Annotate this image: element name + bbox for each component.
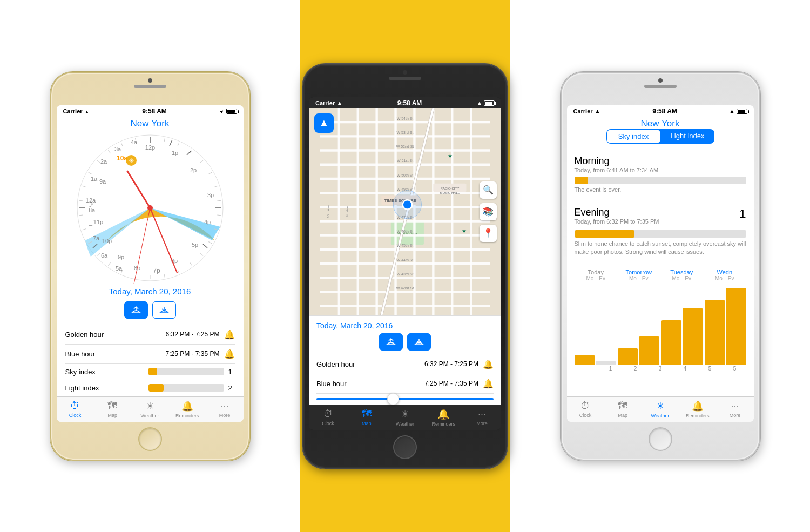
tab-reminders-weather[interactable]: 🔔 Reminders (679, 399, 716, 420)
tab-weather-weather[interactable]: ☀ Weather (642, 399, 679, 420)
svg-text:3p: 3p (207, 192, 213, 198)
light-index-fill (148, 384, 164, 392)
map-blue-value: 7:25 PM - 7:35 PM (424, 380, 478, 387)
reminders-label-map: Reminders (431, 421, 455, 427)
tab-reminders-clock[interactable]: 🔔 Reminders (168, 399, 206, 420)
phone-top-gold (51, 73, 249, 105)
status-bar-clock: Carrier 9:58 AM (57, 105, 244, 116)
speaker-gold (134, 85, 166, 88)
tab-weather-map[interactable]: ☀ Weather (386, 407, 424, 428)
chart-headers: Today Mo Ev Tomorrow Mo Ev (575, 269, 746, 281)
light-index-num: 2 (228, 384, 235, 392)
tab-map-map[interactable]: 🗺 Map (347, 407, 386, 428)
svg-text:10p: 10p (102, 238, 111, 244)
more-label-map: More (476, 421, 488, 426)
sunset-icon (158, 305, 171, 315)
tab-more-clock[interactable]: ··· More (206, 399, 243, 420)
morning-title: Morning (575, 156, 746, 167)
chart-container: Today Mo Ev Tomorrow Mo Ev (567, 265, 754, 396)
home-button-dark[interactable] (393, 435, 417, 459)
battery-icon-clock (226, 109, 237, 114)
weather-icon-weather: ☀ (656, 400, 665, 412)
tab-more-weather[interactable]: ··· More (716, 399, 753, 420)
locate-button[interactable]: ▲ (314, 113, 334, 133)
map-icon-weather: 🗺 (618, 400, 627, 412)
screen-weather: Carrier ▲ 9:58 AM ▲ New York Sky index L… (567, 105, 754, 422)
map-tab-icon-clock: 🗺 (107, 400, 117, 412)
tab-weather-clock[interactable]: ☀ Weather (131, 399, 168, 420)
more-label-weather: More (730, 413, 741, 418)
sunset-button[interactable] (152, 301, 176, 319)
chart-wedn-subs: Mo Ev (703, 275, 746, 281)
bar-wedn-pair (705, 284, 746, 365)
svg-text:W 53rd St: W 53rd St (397, 131, 414, 134)
blue-hour-bell[interactable]: 🔔 (224, 349, 235, 359)
bar-tuesday-ev (683, 308, 703, 365)
chart-tomorrow-group: Tomorrow Mo Ev (617, 269, 660, 281)
info-list-clock: Golden hour 6:32 PM - 7:25 PM 🔔 Blue hou… (57, 325, 244, 396)
layers-map-btn[interactable]: 📚 (480, 203, 497, 220)
reminders-label-weather: Reminders (686, 413, 710, 419)
tab-map-weather[interactable]: 🗺 Map (604, 399, 642, 420)
time-weather: 9:58 AM (652, 107, 677, 115)
sunrise-button[interactable] (124, 301, 148, 319)
axis-5a: 5 (699, 366, 721, 372)
bar-tomorrow-ev (639, 336, 659, 365)
map-blue-bell[interactable]: 🔔 (483, 379, 494, 389)
map-label-weather: Map (618, 413, 628, 418)
evening-bar-container (575, 230, 746, 238)
phone-clock: Carrier 9:58 AM New York (50, 72, 250, 461)
evening-bar-fill (575, 230, 634, 238)
slider-thumb[interactable] (387, 393, 399, 405)
pin-map-btn[interactable]: 📍 (480, 225, 497, 242)
map-controls: 🔍 📚 📍 (480, 181, 497, 242)
chart-today-group: Today Mo Ev (575, 269, 618, 281)
evening-subtitle: Today, from 6:32 PM to 7:35 PM (575, 218, 659, 225)
bar-tuesday-mo (662, 320, 681, 365)
search-map-btn[interactable]: 🔍 (480, 181, 497, 199)
map-label-map: Map (362, 421, 372, 426)
slider-track (316, 398, 494, 400)
sky-index-toggle[interactable]: Sky index (607, 130, 660, 143)
map-bottom-sheet: Today, March 20, 2016 (309, 315, 501, 394)
map-golden-bell[interactable]: 🔔 (483, 359, 494, 369)
svg-text:★: ★ (462, 228, 467, 234)
morning-bar-container (575, 177, 746, 184)
tab-clock-weather[interactable]: ⏱ Clock (567, 399, 604, 420)
carrier-label-clock: Carrier (63, 108, 83, 115)
map-golden-value: 6:32 PM - 7:25 PM (424, 360, 478, 368)
tab-bar-map: ⏱ Clock 🗺 Map ☀ Weather 🔔 Reminders (309, 405, 501, 430)
map-sunset-btn[interactable] (407, 333, 431, 351)
screen-clock: Carrier 9:58 AM New York (57, 105, 244, 422)
map-sunrise-btn[interactable] (379, 333, 403, 351)
date-label-clock: Today, March 20, 2016 (109, 287, 191, 296)
tab-more-map[interactable]: ··· More (463, 407, 501, 428)
chart-tomorrow-mo: Mo (629, 275, 637, 281)
index-toggle-group: Sky index Light index (606, 129, 714, 144)
golden-hour-bell[interactable]: 🔔 (224, 329, 235, 340)
battery-icon-map (484, 100, 495, 106)
status-right-weather: ▲ (730, 108, 747, 114)
sky-index-bar (148, 368, 224, 375)
tab-map-clock[interactable]: 🗺 Map (94, 399, 131, 420)
status-bar-weather: Carrier ▲ 9:58 AM ▲ (567, 105, 754, 116)
tab-clock[interactable]: ⏱ Clock (57, 399, 94, 420)
svg-text:11p: 11p (93, 219, 103, 225)
more-icon-weather: ··· (731, 400, 739, 412)
status-right-map: ▲ (477, 100, 495, 106)
chart-today-subs: Mo Ev (575, 275, 618, 281)
svg-point-67 (147, 205, 153, 211)
tab-bar-clock: ⏱ Clock 🗺 Map ☀ Weather 🔔 Reminders (57, 396, 244, 422)
tab-clock-map[interactable]: ⏱ Clock (309, 407, 347, 428)
home-button-silver[interactable] (649, 427, 672, 451)
tab-reminders-map[interactable]: 🔔 Reminders (424, 407, 463, 428)
home-button-gold[interactable] (138, 427, 162, 451)
light-index-toggle[interactable]: Light index (661, 129, 714, 144)
svg-text:RADIO CITY: RADIO CITY (440, 186, 459, 190)
more-icon-map: ··· (478, 408, 486, 420)
city-title-clock: New York (57, 118, 244, 129)
map-view[interactable]: Bryant Park (309, 108, 501, 315)
time-slider[interactable] (309, 394, 501, 405)
status-left-map: Carrier ▲ (315, 100, 342, 106)
right-panel: Carrier ▲ 9:58 AM ▲ New York Sky index L… (510, 0, 810, 532)
